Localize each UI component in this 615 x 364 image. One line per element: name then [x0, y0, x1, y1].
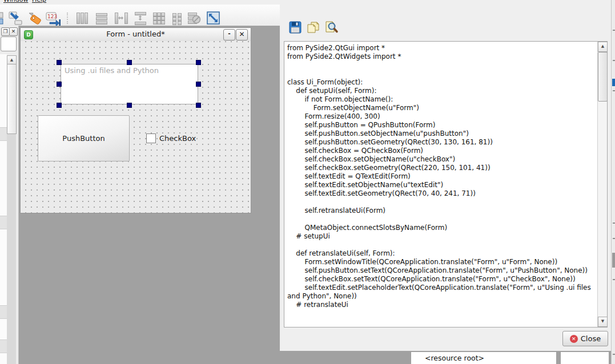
selection-handle[interactable]	[57, 82, 62, 87]
resource-tree-panel[interactable]: <resource root>	[411, 351, 557, 364]
right-dock-thumb	[612, 253, 615, 268]
dock-close-icon[interactable]: ✕	[9, 27, 18, 36]
scroll-down-icon[interactable]: ▼	[598, 317, 608, 327]
checkbox-widget[interactable]: CheckBox	[146, 127, 204, 150]
list-item[interactable]	[0, 216, 7, 229]
checkbox-indicator[interactable]	[146, 134, 156, 143]
resource-side-panel[interactable]	[560, 351, 609, 364]
form-minimize-button[interactable]: -	[223, 29, 235, 41]
selection-handle[interactable]	[127, 60, 132, 65]
selection-handle[interactable]	[127, 103, 132, 108]
close-button-label: Close	[581, 334, 601, 343]
toolbar-separator	[67, 13, 68, 24]
code-scrollbar-thumb[interactable]	[598, 52, 608, 102]
menu-help[interactable]: Help	[32, 0, 46, 3]
layout-horizontal-splitter-icon	[114, 11, 128, 26]
scroll-up-icon[interactable]: ▲	[598, 42, 608, 52]
edit-tab-order-icon[interactable]: 123	[45, 11, 60, 26]
code-text[interactable]: from PySide2.QtGui import * from PySide2…	[284, 42, 607, 312]
close-x-icon: ✕	[570, 335, 578, 343]
dock-scrollbar-track[interactable]	[7, 133, 16, 364]
edit-signals-slots-icon[interactable]	[8, 11, 23, 26]
close-button[interactable]: ✕ Close	[562, 331, 608, 346]
pushbutton-widget[interactable]: PushButton	[38, 115, 130, 161]
textedit-widget[interactable]: Using .ui files and Python	[61, 64, 198, 104]
list-item[interactable]	[0, 127, 7, 141]
list-item[interactable]	[0, 339, 7, 353]
selection-handle[interactable]	[196, 60, 201, 65]
form-editor-window: D Form - untitled* - ✕ Using .ui files a…	[20, 27, 251, 213]
widget-filter-input[interactable]	[1, 37, 17, 51]
form-canvas[interactable]: Using .ui files and Python PushButton Ch…	[21, 41, 251, 213]
code-scrollbar[interactable]: ▲ ▼	[597, 42, 607, 327]
form-titlebar[interactable]: D Form - untitled* - ✕	[21, 28, 251, 42]
menu-bar: Window Help	[0, 0, 277, 5]
layout-horizontally-icon	[75, 11, 90, 26]
right-dock-selection	[612, 79, 615, 86]
selection-handle[interactable]	[196, 103, 201, 108]
copy-icon[interactable]	[306, 21, 320, 34]
code-preview-dialog: from PySide2.QtGui import * from PySide2…	[280, 6, 611, 351]
qt-designer-window: Window Help	[0, 0, 615, 364]
layout-grid-icon	[151, 11, 166, 26]
edit-buddies-icon[interactable]	[27, 11, 42, 26]
resource-root-label[interactable]: <resource root>	[411, 352, 556, 362]
save-icon[interactable]	[288, 21, 302, 34]
menu-window[interactable]: Window	[3, 0, 28, 3]
find-icon[interactable]	[324, 21, 338, 34]
checkbox-label: CheckBox	[159, 134, 196, 143]
list-item[interactable]	[0, 305, 7, 319]
layout-form-icon	[170, 11, 184, 26]
selection-handle[interactable]	[57, 60, 62, 65]
pushbutton-label: PushButton	[62, 134, 104, 143]
textedit-placeholder: Using .ui files and Python	[61, 64, 198, 76]
right-dock-sliver	[611, 0, 615, 364]
svg-text:123: 123	[47, 14, 57, 19]
selection-handle[interactable]	[196, 82, 201, 87]
code-view[interactable]: from PySide2.QtGui import * from PySide2…	[284, 41, 608, 327]
edit-widgets-icon[interactable]	[0, 11, 4, 26]
widget-list[interactable]	[0, 54, 7, 364]
adjust-size-icon[interactable]	[206, 11, 221, 26]
layout-vertically-icon	[94, 11, 109, 26]
break-layout-icon	[187, 11, 202, 26]
dock-float-icon[interactable]: ❐	[1, 27, 10, 36]
widget-box-dock: ❐ ✕ ▲	[0, 26, 19, 364]
form-close-button[interactable]: ✕	[236, 29, 248, 41]
main-toolbar: 123	[0, 5, 280, 26]
layout-vertical-splitter-icon	[133, 11, 148, 26]
dock-scrollbar-thumb[interactable]	[7, 64, 17, 134]
selection-handle[interactable]	[57, 103, 62, 108]
form-title: Form - untitled*	[21, 30, 251, 38]
